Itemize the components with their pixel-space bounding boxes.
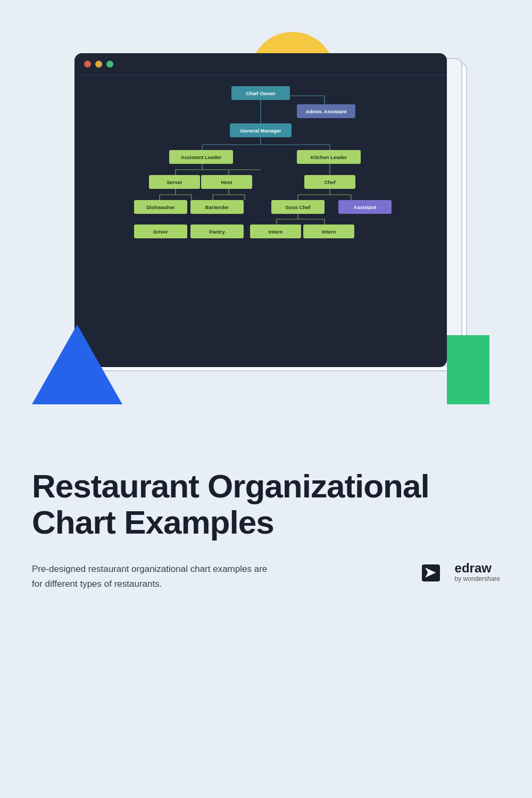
node-kitchen-leader: Kitchen Leader [297, 150, 361, 164]
node-chief-owner: Chief Owner [231, 86, 290, 100]
edraw-text-group: edraw by wondershare [455, 562, 500, 584]
dot-red [84, 61, 91, 68]
node-intern-2: Intern [303, 225, 354, 238]
node-host: Host [201, 175, 252, 189]
description-text: Pre-designed restaurant organizational c… [32, 562, 277, 591]
node-bartender: Bartender [190, 200, 244, 214]
edraw-icon: ➤ [422, 562, 450, 584]
dot-yellow [95, 61, 102, 68]
chart-container: Chief Owner Admin. Assistant General Man… [96, 82, 426, 327]
node-admin-assistant: Admin. Assistant [297, 104, 355, 118]
edraw-brand-sub: by wondershare [455, 575, 500, 584]
node-assistant: Assistant [338, 200, 392, 214]
node-driver: Driver [134, 225, 187, 238]
deco-green-rect [447, 335, 489, 404]
bottom-section: Restaurant Organizational Chart Examples… [0, 436, 532, 612]
dot-green [106, 61, 113, 68]
node-pantry: Pantry [190, 225, 244, 238]
edraw-logo: ➤ edraw by wondershare [422, 562, 500, 584]
node-general-manager: General Manager [230, 123, 292, 137]
edraw-brand-name: edraw [455, 562, 500, 575]
node-assistant-leader: Assistant Leader [169, 150, 233, 164]
desc-row: Pre-designed restaurant organizational c… [32, 562, 500, 591]
deco-triangle [32, 325, 122, 404]
org-chart: Chief Owner Admin. Assistant General Man… [74, 76, 447, 332]
window-titlebar [74, 53, 447, 76]
node-sous-chef: Sous Chef [271, 200, 325, 214]
page-title: Restaurant Organizational Chart Examples [32, 468, 500, 541]
top-section: Chief Owner Admin. Assistant General Man… [0, 0, 532, 436]
node-intern-1: Intern [250, 225, 301, 238]
card-stack: Chief Owner Admin. Assistant General Man… [74, 53, 458, 383]
main-window: Chief Owner Admin. Assistant General Man… [74, 53, 447, 367]
node-server: Server [149, 175, 200, 189]
node-dishwasher: Dishwasher [134, 200, 187, 214]
svg-text:➤: ➤ [424, 564, 436, 580]
node-chef: Chef [304, 175, 355, 189]
